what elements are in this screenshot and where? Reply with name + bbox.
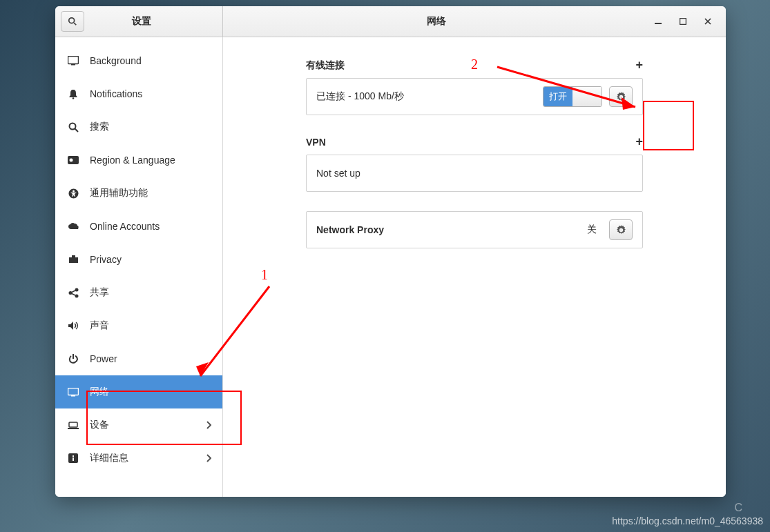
proxy-title: Network Proxy bbox=[316, 224, 384, 235]
wired-card: 已连接 - 1000 Mb/秒 打开 bbox=[306, 78, 643, 115]
titlebar-left: 设置 bbox=[55, 6, 223, 37]
sidebar-item-label: 共享 bbox=[90, 286, 109, 299]
sidebar-item-label: Region & Language bbox=[90, 155, 175, 166]
wired-toggle[interactable]: 打开 bbox=[543, 86, 602, 107]
svg-rect-6 bbox=[68, 57, 79, 64]
main-panel: 有线连接 + 已连接 - 1000 Mb/秒 打开 VPN + bbox=[223, 37, 726, 497]
sidebar-item-sound[interactable]: 声音 bbox=[55, 309, 222, 342]
sidebar-item-label: Privacy bbox=[90, 254, 122, 265]
sidebar-item-search[interactable]: 搜索 bbox=[55, 110, 222, 144]
bell-icon bbox=[66, 89, 80, 99]
sidebar-item-sharing[interactable]: 共享 bbox=[55, 276, 222, 309]
region-icon bbox=[66, 156, 80, 164]
background-icon bbox=[66, 56, 80, 66]
sidebar-item-power[interactable]: Power bbox=[55, 342, 222, 375]
close-icon bbox=[704, 18, 711, 25]
accessibility-icon bbox=[66, 188, 80, 199]
sidebar-item-network[interactable]: 网络 bbox=[55, 375, 222, 408]
sidebar-item-privacy[interactable]: Privacy bbox=[55, 243, 222, 276]
search-icon bbox=[66, 122, 80, 132]
wired-connection-row: 已连接 - 1000 Mb/秒 打开 bbox=[307, 79, 642, 115]
privacy-icon bbox=[66, 255, 80, 264]
sidebar-item-accessibility[interactable]: 通用辅助功能 bbox=[55, 177, 222, 210]
chevron-right-icon bbox=[206, 454, 211, 462]
svg-line-10 bbox=[75, 128, 78, 132]
vpn-card: Not set up bbox=[306, 155, 643, 192]
proxy-row[interactable]: Network Proxy 关 bbox=[307, 212, 642, 248]
sharing-icon bbox=[66, 288, 80, 298]
sidebar-item-region-language[interactable]: Region & Language bbox=[55, 144, 222, 177]
sidebar-item-background[interactable]: Background bbox=[55, 44, 222, 77]
search-icon bbox=[68, 17, 77, 26]
sidebar-item-label: Online Accounts bbox=[90, 221, 160, 232]
svg-rect-7 bbox=[71, 64, 75, 66]
svg-point-28 bbox=[619, 95, 622, 98]
sidebar-item-devices[interactable]: 设备 bbox=[55, 408, 222, 442]
svg-line-19 bbox=[72, 293, 75, 295]
close-button[interactable] bbox=[700, 13, 716, 30]
vpn-row: Not set up bbox=[307, 155, 642, 191]
svg-point-29 bbox=[619, 228, 622, 231]
sidebar-item-label: 详细信息 bbox=[90, 452, 128, 464]
sidebar-item-label: Notifications bbox=[90, 88, 142, 99]
sidebar-item-label: Power bbox=[90, 353, 117, 364]
corner-char: C bbox=[734, 502, 742, 514]
toggle-slider bbox=[572, 87, 601, 106]
svg-point-12 bbox=[70, 159, 73, 162]
toggle-on-label: 打开 bbox=[543, 87, 572, 106]
svg-rect-23 bbox=[69, 422, 77, 427]
svg-point-17 bbox=[75, 294, 78, 297]
main-panel-title: 网络 bbox=[223, 15, 650, 28]
vpn-section-header: VPN + bbox=[306, 135, 643, 149]
sidebar-item-label: 设备 bbox=[90, 419, 109, 431]
svg-rect-27 bbox=[73, 455, 74, 457]
sidebar-item-label: 搜索 bbox=[90, 121, 109, 133]
vpn-section-title: VPN bbox=[306, 137, 326, 148]
wired-settings-button[interactable] bbox=[609, 86, 633, 107]
svg-line-1 bbox=[74, 23, 76, 25]
vpn-status-label: Not set up bbox=[316, 168, 360, 179]
gear-icon bbox=[616, 92, 626, 102]
network-icon bbox=[66, 388, 80, 397]
devices-icon bbox=[66, 421, 80, 430]
content: Background Notifications 搜索 Region & Lan… bbox=[55, 37, 726, 497]
sidebar-item-details[interactable]: 详细信息 bbox=[55, 442, 222, 475]
svg-line-18 bbox=[72, 290, 75, 293]
chevron-right-icon bbox=[206, 421, 211, 429]
svg-rect-24 bbox=[68, 428, 79, 429]
svg-rect-26 bbox=[73, 457, 74, 461]
sidebar[interactable]: Background Notifications 搜索 Region & Lan… bbox=[55, 37, 223, 497]
svg-point-15 bbox=[68, 291, 72, 295]
sidebar-panel-title: 设置 bbox=[84, 15, 222, 28]
sidebar-item-online-accounts[interactable]: Online Accounts bbox=[55, 210, 222, 243]
window-controls bbox=[650, 13, 726, 30]
svg-rect-22 bbox=[71, 395, 75, 397]
minimize-icon bbox=[655, 18, 662, 25]
add-vpn-button[interactable]: + bbox=[635, 135, 643, 149]
gear-icon bbox=[616, 225, 626, 235]
proxy-card: Network Proxy 关 bbox=[306, 211, 643, 248]
svg-rect-3 bbox=[680, 19, 686, 25]
proxy-settings-button[interactable] bbox=[609, 219, 633, 240]
sidebar-item-label: 声音 bbox=[90, 319, 109, 332]
sidebar-item-label: Background bbox=[90, 55, 142, 66]
svg-point-0 bbox=[69, 18, 75, 23]
svg-point-9 bbox=[69, 123, 75, 129]
svg-rect-11 bbox=[68, 156, 79, 164]
search-button[interactable] bbox=[61, 11, 84, 32]
maximize-button[interactable] bbox=[675, 13, 691, 30]
power-icon bbox=[66, 354, 80, 364]
proxy-status: 关 bbox=[587, 224, 597, 236]
maximize-icon bbox=[680, 18, 686, 25]
wired-status-label: 已连接 - 1000 Mb/秒 bbox=[316, 90, 404, 103]
sound-icon bbox=[66, 321, 80, 331]
sidebar-item-notifications[interactable]: Notifications bbox=[55, 77, 222, 110]
svg-point-14 bbox=[73, 190, 75, 192]
minimize-button[interactable] bbox=[650, 13, 666, 30]
add-wired-button[interactable]: + bbox=[635, 58, 643, 72]
wired-section-title: 有线连接 bbox=[306, 59, 345, 72]
wired-section-header: 有线连接 + bbox=[306, 58, 643, 72]
titlebar: 设置 网络 bbox=[55, 6, 726, 37]
titlebar-right: 网络 bbox=[223, 6, 726, 37]
settings-window: 设置 网络 Background bbox=[55, 6, 726, 497]
